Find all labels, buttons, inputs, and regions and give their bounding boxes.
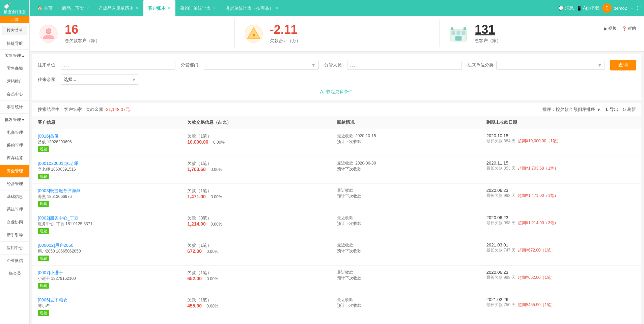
table-header: 客户信息 欠款交易信息（占比） 回款情况 到期未收款日期 xyxy=(32,116,641,129)
overdue-amount[interactable]: 超期¥672.00（1笔） xyxy=(518,248,555,253)
due-date: 2020.10.15 xyxy=(486,133,636,138)
customer-tag: 现销 xyxy=(38,146,49,152)
sidebar-item-label: 基础信息 xyxy=(7,194,23,199)
customer-name[interactable]: [0003]畅捷服务尹海燕 xyxy=(38,188,187,194)
overdue-amount[interactable]: 超期¥1,214.00（3笔） xyxy=(518,220,558,225)
close-icon[interactable]: ✕ xyxy=(213,6,216,10)
close-icon[interactable]: ✕ xyxy=(168,6,171,10)
debt-amount: 10,000.00 xyxy=(187,139,208,145)
customer-name[interactable]: [000002]用户2050 xyxy=(38,242,187,248)
tab-product-status[interactable]: 商品上下架 ✕ xyxy=(57,0,94,16)
content-area: 16 总欠款客户（家） ¥ -2.11 欠 xyxy=(30,16,644,324)
debt-amount: 1,471.00 xyxy=(187,194,206,199)
sidebar-item-guide[interactable]: 新手引导 xyxy=(0,229,29,242)
close-icon[interactable]: ✕ xyxy=(276,6,279,10)
message-icon: 💬 xyxy=(559,6,564,11)
sidebar-item-vip[interactable]: 畅会员 xyxy=(0,267,29,280)
dept-select[interactable]: ▼ xyxy=(204,61,318,70)
quick-nav[interactable]: 快捷导航 xyxy=(0,38,29,50)
tab-home[interactable]: 🏠 首页 xyxy=(32,0,57,16)
help-action[interactable]: ❓ 帮助 xyxy=(622,26,636,31)
sidebar-item-purchase[interactable]: 采购管理 xyxy=(0,139,29,152)
refresh-button[interactable]: ↻ 刷新 xyxy=(622,107,636,113)
search-menu-button[interactable]: 搜索菜单 xyxy=(2,26,27,35)
sidebar-item-enterprise[interactable]: 企业协同 xyxy=(0,216,29,229)
close-icon[interactable]: ✕ xyxy=(86,6,89,10)
tab-customer-account[interactable]: 客户账本 ✕ xyxy=(143,0,175,16)
sort-button[interactable]: 排序：按欠款金额倒序排序 ▼ xyxy=(542,107,601,113)
next-collection: 预计下次收款 xyxy=(337,221,486,227)
table-section: 客户信息 欠款交易信息（占比） 回款情况 到期未收款日期 [0016]吕俊 吕俊… xyxy=(32,116,641,324)
debt-count: 欠款（1笔） xyxy=(187,297,337,303)
chevron-down-icon: ▼ xyxy=(22,118,25,122)
maximize-button[interactable]: ⛶ xyxy=(637,6,641,11)
sidebar-item-ecommerce[interactable]: 电商管理 xyxy=(0,126,29,139)
chevron-down-icon: ▲ xyxy=(22,54,25,58)
svg-rect-9 xyxy=(462,31,466,35)
debt-count: 欠款（1笔） xyxy=(187,160,337,167)
refresh-label: 刷新 xyxy=(627,107,636,113)
customer-name[interactable]: [0002]服务中心_丁磊 xyxy=(38,215,187,221)
overdue-amount[interactable]: 超期¥10,000.00（1笔） xyxy=(518,139,561,143)
customer-name[interactable]: [0001020001]李老师 xyxy=(38,160,187,167)
sidebar-item-system[interactable]: 系统管理 xyxy=(0,203,29,216)
nav-tabs: 🏠 首页 商品上下架 ✕ 产成品入库单历史 ✕ 客户账本 ✕ 采购订单统计表 xyxy=(32,0,559,16)
next-collection: 预计下次收款 xyxy=(337,248,486,254)
sidebar-item-retail-mall[interactable]: 零售商城 xyxy=(0,62,29,75)
overdue-days: 最长欠款 750 天 超期¥455.90（1笔） xyxy=(486,302,636,308)
sidebar-item-basic-info[interactable]: 基础信息 xyxy=(0,190,29,203)
person-input[interactable]: ... xyxy=(347,61,462,70)
debt-percent: 0.00% xyxy=(213,140,225,145)
customer-name[interactable]: [0007]小进干 xyxy=(38,270,187,276)
overdue-amount[interactable]: 超期¥455.90（1笔） xyxy=(518,302,555,307)
due-date-cell: 2020.06.23 最长欠款 998 天 超期¥1,471.00（1笔） xyxy=(486,188,636,207)
tab-home-label: 首页 xyxy=(44,6,53,10)
search-button[interactable]: 查询 xyxy=(610,60,636,70)
payment-cell: 最近收款 预计下次收款 xyxy=(337,188,486,207)
sidebar-item-retail-mgmt[interactable]: 零售管理 ▲ xyxy=(0,50,29,62)
sidebar-item-members[interactable]: 会员中心 xyxy=(0,88,29,101)
sidebar-item-retail-stats[interactable]: 零售统计 xyxy=(0,101,29,114)
video-action[interactable]: ▶ 视频 xyxy=(604,26,616,31)
sidebar-item-operations[interactable]: 经营管理 xyxy=(0,178,29,190)
sidebar-item-apps[interactable]: 应用中心 xyxy=(0,242,29,255)
customer-name[interactable]: [0016]吕俊 xyxy=(38,133,187,139)
debt-info-cell: 欠款（1笔） 1,471.00 0.00% xyxy=(187,188,337,207)
overdue-amount[interactable]: 超期¥652.00（1笔） xyxy=(518,275,555,280)
message-button[interactable]: 💬 消息 xyxy=(559,5,574,11)
overdue-amount[interactable]: 超期¥1,471.00（1笔） xyxy=(518,193,558,198)
debt-count: 欠款（1笔） xyxy=(187,270,337,276)
minimize-button[interactable]: － xyxy=(630,5,634,11)
due-date-cell: 2020.11.15 最长欠款 853 天 超期¥1,703.68（1笔） xyxy=(486,160,636,179)
payment-cell: 最近收款 预计下次收款 xyxy=(337,270,486,289)
results-amount-label xyxy=(83,107,85,112)
tab-incoming-stats[interactable]: 进货单统计表（按商品） ✕ xyxy=(221,0,283,16)
export-button[interactable]: ⬇ 导出 xyxy=(605,107,618,113)
collapse-button[interactable]: ⋀ 收起更多条件 xyxy=(38,89,636,95)
sidebar: 🍼 畅捷通好生意 示范 搜索菜单 快捷导航 零售管理 ▲ 零售商城 营销推广 会… xyxy=(0,0,30,324)
category-select[interactable]: ▼ xyxy=(496,61,605,70)
sidebar-item-inventory[interactable]: 库存核算 xyxy=(0,152,29,165)
overdue-days: 最长欠款 998 天 超期¥1,214.00（3笔） xyxy=(486,220,636,226)
next-collection: 预计下次收款 xyxy=(337,139,486,145)
user-menu[interactable]: D demo2 xyxy=(602,3,627,13)
debt-percent: 0.00% xyxy=(207,304,218,308)
app-download-button[interactable]: 📱 App下载 xyxy=(577,5,599,11)
debt-info-cell: 欠款（1笔） 1,703.68 0.00% xyxy=(187,160,337,179)
demo-tag[interactable]: 示范 xyxy=(0,16,29,23)
help-label: 帮助 xyxy=(628,26,636,31)
sidebar-item-marketing[interactable]: 营销推广 xyxy=(0,75,29,88)
tab-purchase-stats[interactable]: 采购订单统计表 ✕ xyxy=(175,0,221,16)
sidebar-item-weixin[interactable]: 企业微信 xyxy=(0,255,29,267)
close-icon[interactable]: ✕ xyxy=(136,6,139,10)
unit-input[interactable]: ... xyxy=(61,61,175,70)
sidebar-item-capital[interactable]: 资金管理 xyxy=(0,165,29,178)
customer-info-cell: [0007]小进干 小进干 18279152100 现销 xyxy=(38,270,187,289)
svg-rect-7 xyxy=(452,31,455,35)
overdue-amount[interactable]: 超期¥1,703.68（1笔） xyxy=(518,166,558,171)
tab-product-history[interactable]: 产成品入库单历史 ✕ xyxy=(94,0,143,16)
due-date: 2020.06.23 xyxy=(486,215,636,220)
balance-select[interactable]: 选择... ▼ xyxy=(61,75,139,85)
customer-name[interactable]: [0006]去下粮仓 xyxy=(38,297,187,303)
sidebar-item-batch-mgmt[interactable]: 批发管理 ▼ xyxy=(0,114,29,126)
